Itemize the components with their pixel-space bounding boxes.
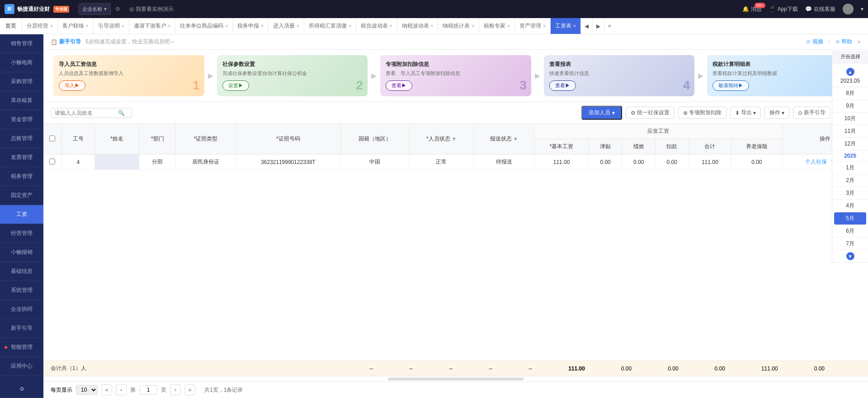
sidebar-item-tax[interactable]: 税务管理: [0, 167, 43, 186]
sidebar-item-apps[interactable]: 应用中心: [0, 357, 43, 376]
page-number-input[interactable]: [139, 385, 157, 394]
export-btn[interactable]: ⬇ 导出 ▾: [730, 107, 761, 119]
tab-close-icon[interactable]: ×: [86, 23, 89, 28]
tab-home[interactable]: 首页: [0, 18, 22, 34]
tab-納税[interactable]: 纳税波动表 ×: [397, 18, 439, 34]
tab-next-btn[interactable]: ▶: [593, 18, 604, 34]
month-item-6[interactable]: 6月: [832, 225, 868, 238]
tab-suode[interactable]: 所得税汇算清缴 ×: [304, 18, 356, 34]
month-item-9[interactable]: 9月: [832, 100, 868, 112]
sidebar-item-sales[interactable]: 销售管理: [0, 34, 43, 53]
month-item-5[interactable]: 5月: [834, 212, 866, 225]
tab-close-all-btn[interactable]: ×: [604, 18, 615, 34]
sidebar-item-finance[interactable]: 资金管理: [0, 110, 43, 129]
addon-deduction-btn[interactable]: ⊕ 专项附加扣除: [678, 107, 726, 119]
filter-icon[interactable]: ▼: [452, 136, 456, 141]
guide-close-icon[interactable]: ×: [858, 39, 861, 45]
month-item-7[interactable]: 7月: [832, 238, 868, 250]
tab-shuijian[interactable]: 税检专家 ×: [479, 18, 515, 34]
sidebar-item-ecommerce[interactable]: 小畅电商: [0, 53, 43, 72]
step-3-btn[interactable]: 查看▶: [386, 80, 412, 91]
tab-close-icon[interactable]: ×: [261, 23, 264, 28]
tab-assets[interactable]: 资产管理 ×: [515, 18, 551, 34]
tab-qingce[interactable]: 进入清册 ×: [269, 18, 304, 34]
tab-salary[interactable]: 工资表 ×: [551, 18, 581, 34]
tab-close-icon[interactable]: ×: [543, 23, 546, 28]
sidebar-item-settings[interactable]: ⚙: [0, 380, 43, 398]
tab-close-icon[interactable]: ×: [122, 23, 124, 28]
sidebar-item-management[interactable]: 经营管理: [0, 224, 43, 243]
month-item-12[interactable]: 12月: [832, 138, 868, 150]
sidebar-item-inventory[interactable]: 库存核算: [0, 91, 43, 110]
demo-link[interactable]: ◎ 我要看实例演示: [129, 5, 174, 13]
personal-insurance-btn[interactable]: 个人社保: [805, 159, 827, 165]
tab-kehu[interactable]: 客户联络 ×: [58, 18, 94, 34]
sidebar-item-basic[interactable]: 基础信息: [0, 262, 43, 281]
tab-close-icon[interactable]: ×: [297, 23, 299, 28]
video-link[interactable]: ⊙ 视频: [806, 38, 823, 46]
month-item-1[interactable]: 1月: [832, 162, 868, 174]
sidebar-item-fixedassets[interactable]: 固定资产: [0, 186, 43, 205]
tab-close-icon[interactable]: ×: [50, 23, 53, 28]
tab-close-icon[interactable]: ×: [507, 23, 510, 28]
user-menu-btn[interactable]: ▾: [861, 6, 863, 12]
sidebar-item-ledger[interactable]: 总账管理: [0, 129, 43, 148]
sidebar-item-expense[interactable]: 小畅报销: [0, 243, 43, 262]
sidebar-item-ai[interactable]: 智能管理: [0, 338, 43, 357]
first-page-btn[interactable]: «: [101, 384, 112, 395]
tab-close-icon[interactable]: ×: [168, 23, 171, 28]
row-checkbox[interactable]: [49, 159, 55, 164]
sidebar-item-purchase[interactable]: 采购管理: [0, 72, 43, 91]
month-item-3[interactable]: 3月: [832, 187, 868, 200]
month-item-11[interactable]: 11月: [832, 125, 868, 138]
search-company-select[interactable]: 企业名称 ▾: [78, 3, 111, 15]
tab-nstatstable[interactable]: 纳税统计表 ×: [438, 18, 479, 34]
filter-icon-2[interactable]: ▼: [513, 136, 518, 141]
sidebar-item-collab[interactable]: 企业协同: [0, 300, 43, 319]
horizontal-scrollbar[interactable]: [388, 378, 524, 380]
sidebar-item-system[interactable]: 系统管理: [0, 281, 43, 300]
tab-wanglai[interactable]: 往来单位商品编码 ×: [175, 18, 233, 34]
step-2-btn[interactable]: 设置▶: [222, 80, 249, 91]
tab-yaoqing[interactable]: 邀请下游客户 ×: [129, 18, 176, 34]
prev-page-btn[interactable]: ‹: [116, 384, 127, 395]
last-page-btn[interactable]: »: [184, 384, 195, 395]
tab-shuiwu[interactable]: 税务申报 ×: [233, 18, 269, 34]
tab-close-icon[interactable]: ×: [349, 23, 351, 28]
online-service-btn[interactable]: 💬 在线客服: [805, 5, 835, 13]
month-next-btn[interactable]: ▼: [846, 252, 854, 260]
tab-prev-btn[interactable]: ◀: [581, 18, 593, 34]
tab-close-active-icon[interactable]: ×: [573, 23, 576, 28]
step-5-btn[interactable]: 敬请期待▶: [712, 80, 749, 91]
app-download-btn[interactable]: 📱 App下载: [769, 5, 798, 13]
step-4-btn[interactable]: 查看▶: [549, 80, 576, 91]
sidebar-item-guide[interactable]: 新手引导: [0, 319, 43, 338]
sidebar-item-invoice[interactable]: 发票管理: [0, 148, 43, 167]
month-prev-btn[interactable]: ▲: [846, 68, 854, 76]
month-item-8[interactable]: 8月: [832, 87, 868, 100]
per-page-select[interactable]: 10 20 50: [76, 385, 98, 395]
add-person-btn[interactable]: 添加人员 ▾: [581, 106, 622, 120]
sidebar-item-salary[interactable]: 工资: [0, 205, 43, 224]
tab-close-icon[interactable]: ×: [431, 23, 434, 28]
message-btn[interactable]: 🔔 消息 99+: [742, 5, 762, 13]
month-item-10[interactable]: 10月: [832, 112, 868, 125]
gear-icon[interactable]: ⚙: [115, 6, 120, 12]
month-item-4[interactable]: 4月: [832, 200, 868, 212]
newguide-btn[interactable]: ⊙ 新手引导: [793, 107, 830, 119]
tab-fengjing[interactable]: 分层经营 ×: [22, 18, 58, 34]
search-input[interactable]: [55, 110, 118, 116]
avatar[interactable]: [843, 4, 854, 14]
tab-shuifu[interactable]: 税负波动表 ×: [356, 18, 397, 34]
step-1-btn[interactable]: 导入▶: [59, 80, 85, 91]
tab-close-icon[interactable]: ×: [225, 23, 228, 28]
next-page-btn[interactable]: ›: [170, 384, 181, 395]
search-icon[interactable]: 🔍: [118, 110, 125, 116]
tab-close-icon[interactable]: ×: [390, 23, 392, 28]
select-all-checkbox[interactable]: [49, 136, 55, 141]
unified-settings-btn[interactable]: ⚙ 统一社保设置: [626, 107, 675, 119]
tab-yindao[interactable]: 引导说明 ×: [94, 18, 129, 34]
month-item-2[interactable]: 2月: [832, 174, 868, 187]
tab-close-icon[interactable]: ×: [472, 23, 474, 28]
operations-btn[interactable]: 操作 ▾: [764, 107, 789, 119]
